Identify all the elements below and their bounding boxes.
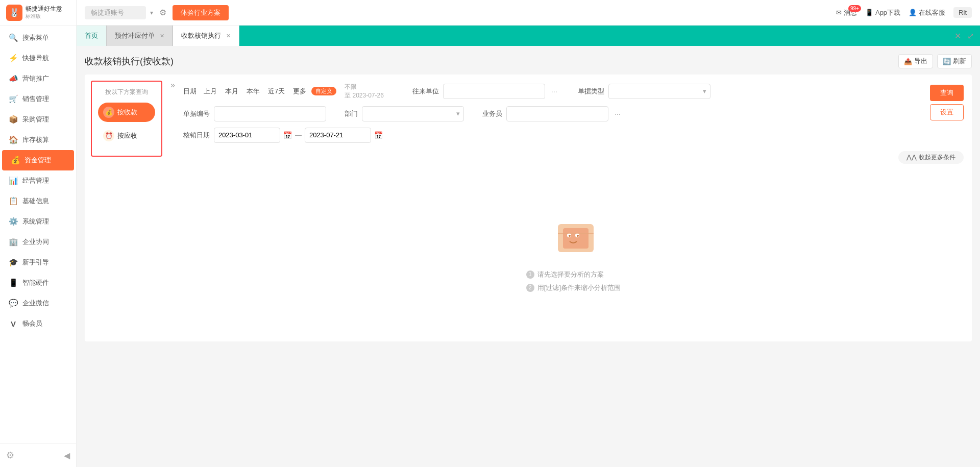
filter-option-by-collection[interactable]: 💰 按收款: [98, 103, 155, 122]
sidebar-item-wechat[interactable]: 💬 企业微信: [0, 293, 76, 313]
sidebar-item-marketing[interactable]: 📣 营销推广: [0, 68, 76, 89]
panel-collapse-toggle[interactable]: »: [168, 75, 175, 90]
counterparty-dots[interactable]: ···: [549, 87, 559, 95]
verification-end-input[interactable]: [305, 128, 371, 143]
tab-collection-close[interactable]: ✕: [226, 33, 231, 39]
date-more[interactable]: 更多: [290, 86, 309, 97]
sidebar-settings-icon[interactable]: ⚙: [6, 450, 14, 461]
sidebar-label: 企业协同: [22, 237, 49, 247]
tab-collection[interactable]: 收款核销执行 ✕: [173, 26, 239, 46]
collapse-more: ⋀⋀ 收起更多条件: [183, 149, 964, 168]
topbar-right: ✉ 消息 99+ 📱 App下载 👤 在线客服 Rit: [836, 7, 972, 18]
main-panel: 按以下方案查询 💰 按收款 ⏰ 按应收 »: [85, 75, 972, 341]
search-row-2: 单据编号 部门 ▾: [183, 106, 922, 121]
sidebar-item-guide[interactable]: 🎓 新手引导: [0, 252, 76, 273]
by-collection-icon: 💰: [103, 107, 114, 118]
salesperson-dots[interactable]: ···: [612, 110, 623, 118]
topbar: 畅捷通账号 ▾ ⚙ 体验行业方案 ✉ 消息 99+ 📱 App下载 👤 在线客服…: [77, 0, 980, 26]
topbar-user[interactable]: Rit: [953, 7, 972, 18]
topbar-online-service[interactable]: 👤 在线客服: [909, 8, 945, 17]
salesperson-field: 业务员 ···: [482, 106, 623, 121]
sidebar-collapse-icon[interactable]: ◀: [64, 451, 70, 460]
query-buttons: 查询 设置: [930, 83, 964, 149]
empty-step1: 1 请先选择要分析的方案: [526, 270, 621, 279]
empty-step2: 2 用[过滤]条件来缩小分析范围: [526, 283, 621, 292]
document-no-label: 单据编号: [183, 109, 210, 118]
tab-expand-button[interactable]: ⤢: [965, 29, 976, 43]
topbar-app-download[interactable]: 📱 App下载: [865, 8, 900, 17]
query-button[interactable]: 查询: [930, 85, 964, 101]
tab-prepay[interactable]: 预付冲应付单 ✕: [107, 26, 173, 46]
document-no-input[interactable]: [214, 106, 326, 121]
app-label: App下载: [875, 8, 900, 17]
by-receivable-icon: ⏰: [103, 130, 114, 141]
sidebar-item-enterprise[interactable]: 🏢 企业协同: [0, 232, 76, 252]
date-last-7days[interactable]: 近7天: [265, 86, 288, 97]
topbar-chevron-icon[interactable]: ▾: [150, 9, 153, 16]
service-label: 在线客服: [919, 8, 945, 17]
hardware-icon: 📱: [8, 278, 18, 288]
solution-button[interactable]: 体验行业方案: [173, 5, 229, 20]
tab-home[interactable]: 首页: [77, 26, 107, 46]
operation-icon: 📊: [8, 176, 18, 186]
document-no-field: 单据编号: [183, 106, 326, 121]
sidebar-item-quick-nav[interactable]: ⚡ 快捷导航: [0, 48, 76, 68]
filter-panel-title: 按以下方案查询: [98, 88, 155, 96]
verification-end-calendar-icon[interactable]: 📅: [374, 131, 383, 139]
counterparty-input[interactable]: [443, 84, 545, 99]
department-select[interactable]: [362, 106, 464, 121]
sidebar-item-purchase[interactable]: 📦 采购管理: [0, 109, 76, 130]
counterparty-label: 往来单位: [412, 87, 439, 96]
document-type-select[interactable]: [608, 84, 710, 99]
filter-option-by-receivable[interactable]: ⏰ 按应收: [98, 126, 155, 145]
search-fields-panel: 日期 上月 本月 本年 近7天 更多 自定义: [183, 83, 922, 149]
sidebar-item-finance[interactable]: 💰 资金管理: [2, 150, 74, 170]
sidebar-item-sales[interactable]: 🛒 销售管理: [0, 89, 76, 109]
date-this-month[interactable]: 本月: [222, 86, 241, 97]
verification-start-calendar-icon[interactable]: 📅: [283, 131, 292, 139]
sidebar-label: 搜索菜单: [22, 33, 49, 42]
sidebar-label: 库存核算: [22, 135, 49, 144]
enterprise-icon: 🏢: [8, 237, 18, 247]
filter-panel: 按以下方案查询 💰 按收款 ⏰ 按应收: [91, 81, 162, 157]
sidebar-item-operation[interactable]: 📊 经营管理: [0, 170, 76, 191]
sidebar-label: 基础信息: [22, 196, 49, 206]
verification-start-input[interactable]: [214, 128, 280, 143]
sidebar-item-hardware[interactable]: 📱 智能硬件: [0, 273, 76, 293]
topbar-brand: 畅捷通账号: [85, 6, 146, 19]
department-field: 部门 ▾: [345, 106, 464, 121]
topbar-gear-icon[interactable]: ⚙: [157, 6, 168, 19]
sidebar-item-system[interactable]: ⚙️ 系统管理: [0, 211, 76, 232]
sidebar-item-member[interactable]: V 畅会员: [0, 313, 76, 334]
salesperson-input[interactable]: [506, 106, 608, 121]
wechat-icon: 💬: [8, 298, 18, 308]
basic-info-icon: 📋: [8, 196, 18, 206]
inventory-icon: 🏠: [8, 135, 18, 145]
sidebar-item-basic-info[interactable]: 📋 基础信息: [0, 191, 76, 211]
date-this-year[interactable]: 本年: [243, 86, 263, 97]
tab-close-all-button[interactable]: ✕: [952, 29, 963, 43]
topbar-message[interactable]: ✉ 消息 99+: [836, 8, 857, 17]
tab-prepay-close[interactable]: ✕: [160, 33, 164, 39]
collapse-more-button[interactable]: ⋀⋀ 收起更多条件: [898, 151, 964, 164]
collapse-more-label: 收起更多条件: [919, 153, 955, 162]
logo: 🐰 畅捷通好生意 标准版: [0, 0, 76, 26]
export-button[interactable]: 📤 导出: [898, 54, 933, 68]
collapse-arrow-icon: ⋀⋀: [906, 154, 917, 161]
refresh-button[interactable]: 🔄 刷新: [937, 54, 972, 68]
sidebar-item-search-menu[interactable]: 🔍 搜索菜单: [0, 28, 76, 48]
settings-button[interactable]: 设置: [930, 104, 964, 120]
sales-icon: 🛒: [8, 94, 18, 104]
date-last-month[interactable]: 上月: [201, 86, 220, 97]
date-custom[interactable]: 自定义: [311, 87, 336, 95]
document-type-label: 单据类型: [578, 87, 604, 96]
logo-subtitle: 标准版: [26, 13, 62, 20]
sidebar-item-inventory[interactable]: 🏠 库存核算: [0, 130, 76, 150]
date-options: 上月 本月 本年 近7天 更多 自定义: [201, 86, 336, 97]
svg-point-5: [577, 235, 579, 237]
topbar-left: 畅捷通账号 ▾ ⚙ 体验行业方案: [85, 5, 229, 20]
member-icon: V: [8, 318, 18, 329]
guide-icon: 🎓: [8, 257, 18, 267]
logo-icon: 🐰: [6, 5, 22, 21]
document-type-wrapper: ▾: [608, 84, 710, 99]
